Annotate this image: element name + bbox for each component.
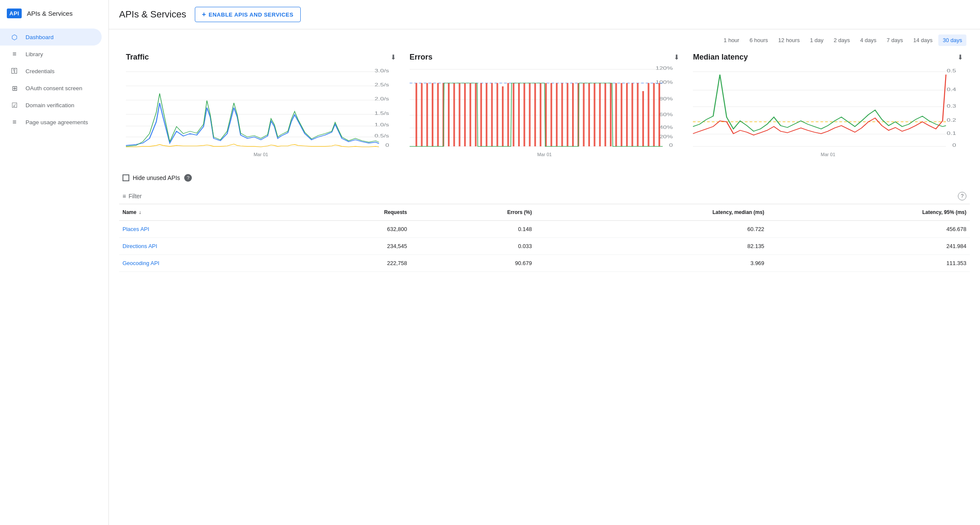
- table-help-icon[interactable]: ?: [958, 192, 966, 200]
- api-errors-cell: 0.148: [410, 221, 535, 238]
- api-requests-cell: 234,545: [292, 238, 410, 255]
- sidebar-label-library: Library: [26, 51, 43, 57]
- sidebar-label-oauth: OAuth consent screen: [26, 85, 83, 91]
- col-latency-median: Latency, median (ms): [535, 204, 767, 221]
- latency-chart-title: Median latency: [693, 53, 748, 62]
- time-btn-4-days[interactable]: 4 days: [856, 34, 880, 46]
- col-name: Name ↓: [119, 204, 292, 221]
- time-range-bar: 1 hour6 hours12 hours1 day2 days4 days7 …: [109, 29, 980, 49]
- api-name-cell[interactable]: Geocoding API: [119, 255, 292, 272]
- api-latency-median-cell: 60.722: [535, 221, 767, 238]
- sidebar-item-dashboard[interactable]: ⬡ Dashboard: [0, 29, 102, 46]
- time-btn-14-days[interactable]: 14 days: [909, 34, 937, 46]
- filter-row: Hide unused APIs ?: [109, 167, 980, 188]
- svg-text:2.0/s: 2.0/s: [374, 97, 389, 102]
- svg-text:0.2: 0.2: [947, 118, 956, 123]
- api-errors-cell: 0.033: [410, 238, 535, 255]
- sidebar-item-oauth[interactable]: ⊞ OAuth consent screen: [0, 80, 102, 97]
- page-usage-icon: ≡: [10, 118, 19, 126]
- svg-text:120%: 120%: [655, 66, 673, 71]
- oauth-icon: ⊞: [10, 84, 19, 92]
- time-btn-1-day[interactable]: 1 day: [806, 34, 828, 46]
- sidebar: API APIs & Services ⬡ Dashboard ≡ Librar…: [0, 0, 109, 525]
- svg-text:0: 0: [669, 143, 673, 148]
- svg-text:0: 0: [952, 143, 956, 148]
- errors-download-icon[interactable]: ⬇: [674, 53, 679, 61]
- svg-text:80%: 80%: [659, 97, 673, 102]
- traffic-chart-container: Traffic ⬇ 3.0/s 2.5/s 2.0/s 1.5/s 1.0/s …: [119, 49, 403, 160]
- sidebar-label-page-usage: Page usage agreements: [26, 119, 88, 126]
- traffic-download-icon[interactable]: ⬇: [390, 53, 396, 61]
- api-table-section: ≡ Filter ? Name ↓ Requests Errors (%) La…: [109, 188, 980, 282]
- sidebar-item-library[interactable]: ≡ Library: [0, 46, 102, 63]
- time-btn-6-hours[interactable]: 6 hours: [745, 34, 772, 46]
- svg-text:0.3: 0.3: [947, 103, 956, 108]
- time-btn-12-hours[interactable]: 12 hours: [774, 34, 804, 46]
- svg-text:0.5: 0.5: [947, 68, 956, 73]
- table-row: Directions API 234,545 0.033 82.135 241.…: [119, 238, 970, 255]
- page-title: APIs & Services: [119, 9, 186, 20]
- time-btn-7-days[interactable]: 7 days: [883, 34, 907, 46]
- time-btn-2-days[interactable]: 2 days: [829, 34, 854, 46]
- latency-download-icon[interactable]: ⬇: [957, 53, 963, 61]
- traffic-chart-title: Traffic: [126, 53, 149, 62]
- traffic-chart-date: Mar 01: [126, 152, 396, 157]
- sidebar-nav: ⬡ Dashboard ≡ Library ⚿ Credentials ⊞ OA…: [0, 29, 108, 525]
- main-content: APIs & Services + ENABLE APIS AND SERVIC…: [109, 0, 980, 525]
- traffic-chart-header: Traffic ⬇: [126, 53, 396, 62]
- latency-chart-date: Mar 01: [693, 152, 963, 157]
- svg-text:20%: 20%: [659, 134, 673, 139]
- api-latency-95-cell: 111.353: [768, 255, 970, 272]
- api-latency-95-cell: 241.984: [768, 238, 970, 255]
- filter-label: Filter: [128, 193, 142, 200]
- api-logo: API: [7, 9, 22, 18]
- api-latency-median-cell: 3.969: [535, 255, 767, 272]
- svg-text:0.1: 0.1: [947, 131, 956, 136]
- api-name-cell[interactable]: Directions API: [119, 238, 292, 255]
- svg-text:100%: 100%: [655, 80, 673, 85]
- col-requests: Requests: [292, 204, 410, 221]
- traffic-chart-area: 3.0/s 2.5/s 2.0/s 1.5/s 1.0/s 0.5/s 0: [126, 65, 396, 150]
- table-row: Places API 632,800 0.148 60.722 456.678: [119, 221, 970, 238]
- hide-unused-checkbox[interactable]: [122, 174, 129, 181]
- sidebar-label-domain: Domain verification: [26, 102, 74, 108]
- hide-unused-help-icon[interactable]: ?: [184, 174, 192, 182]
- table-row: Geocoding API 222,758 90.679 3.969 111.3…: [119, 255, 970, 272]
- api-requests-cell: 632,800: [292, 221, 410, 238]
- hide-unused-label[interactable]: Hide unused APIs: [122, 174, 180, 181]
- svg-text:1.0/s: 1.0/s: [374, 123, 389, 128]
- name-sort-icon[interactable]: ↓: [139, 209, 141, 215]
- col-errors: Errors (%): [410, 204, 535, 221]
- main-header: APIs & Services + ENABLE APIS AND SERVIC…: [109, 0, 980, 29]
- hide-unused-text: Hide unused APIs: [133, 174, 180, 181]
- svg-text:0.4: 0.4: [947, 87, 956, 92]
- time-btn-30-days[interactable]: 30 days: [938, 34, 966, 46]
- sidebar-item-credentials[interactable]: ⚿ Credentials: [0, 63, 102, 80]
- domain-icon: ☑: [10, 101, 19, 109]
- svg-text:2.5/s: 2.5/s: [374, 82, 389, 87]
- api-errors-cell: 90.679: [410, 255, 535, 272]
- traffic-chart-svg: 3.0/s 2.5/s 2.0/s 1.5/s 1.0/s 0.5/s 0: [126, 65, 396, 150]
- svg-text:40%: 40%: [659, 125, 673, 130]
- errors-chart-svg: 120% 100% 80% 60% 40% 20% 0: [410, 65, 680, 150]
- library-icon: ≡: [10, 50, 19, 58]
- errors-chart-title: Errors: [410, 53, 433, 62]
- latency-chart-container: Median latency ⬇ 0.5 0.4 0.3 0.2 0.1 0: [686, 49, 970, 160]
- sidebar-label-credentials: Credentials: [26, 68, 54, 74]
- sidebar-app-title: APIs & Services: [27, 10, 73, 17]
- time-btn-1-hour[interactable]: 1 hour: [719, 34, 744, 46]
- filter-button[interactable]: ≡ Filter: [122, 193, 142, 200]
- svg-text:0: 0: [385, 143, 389, 148]
- sidebar-label-dashboard: Dashboard: [26, 34, 54, 40]
- errors-chart-container: Errors ⬇ 120% 100% 80% 60% 40% 20% 0: [403, 49, 687, 160]
- api-name-cell[interactable]: Places API: [119, 221, 292, 238]
- errors-chart-date: Mar 01: [410, 152, 680, 157]
- sidebar-item-domain[interactable]: ☑ Domain verification: [0, 97, 102, 114]
- errors-chart-area: 120% 100% 80% 60% 40% 20% 0: [410, 65, 680, 150]
- sidebar-item-page-usage[interactable]: ≡ Page usage agreements: [0, 114, 102, 131]
- enable-apis-button[interactable]: + ENABLE APIS AND SERVICES: [195, 7, 301, 22]
- svg-text:3.0/s: 3.0/s: [374, 68, 389, 73]
- charts-row: Traffic ⬇ 3.0/s 2.5/s 2.0/s 1.5/s 1.0/s …: [109, 49, 980, 167]
- api-table: Name ↓ Requests Errors (%) Latency, medi…: [119, 204, 970, 272]
- credentials-icon: ⚿: [10, 67, 19, 75]
